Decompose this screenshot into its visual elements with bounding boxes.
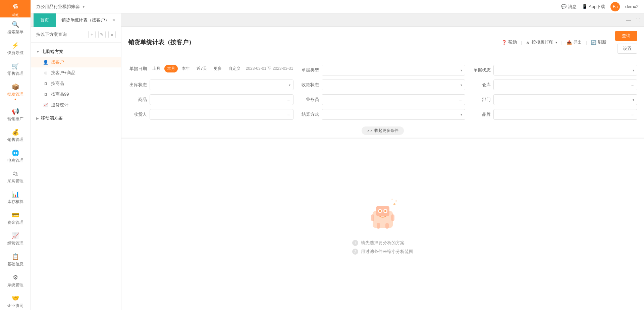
date-this-month-btn[interactable]: 本月 bbox=[164, 65, 178, 72]
sidebar-item-sales[interactable]: 💰 销售管理 bbox=[0, 125, 31, 146]
chevron-down-icon: ▼ bbox=[36, 50, 40, 54]
desktop-group-title[interactable]: ▼ 电脑端方案 bbox=[31, 47, 121, 57]
date-custom-btn[interactable]: 自定义 bbox=[226, 65, 243, 72]
brand-input[interactable]: ··· bbox=[493, 109, 637, 120]
doc-status-dropdown[interactable]: ▾ bbox=[493, 65, 637, 75]
main-area: 办公用品行业模拟账套 ▾ 💬 消息 📱 App下载 Ea demo2 首页 销货… bbox=[31, 0, 644, 310]
empty-tips: 1 请先选择要分析的方案 2 用过滤条件来缩小分析范围 bbox=[352, 240, 413, 255]
print-icon: 🖨 bbox=[526, 40, 530, 45]
logo[interactable]: 畅 标账 bbox=[0, 0, 31, 17]
download-icon: 📱 bbox=[582, 4, 587, 9]
query-button[interactable]: 查询 bbox=[615, 31, 637, 41]
purchase-icon: 🛍 bbox=[12, 170, 18, 177]
user-avatar[interactable]: Ea bbox=[610, 2, 620, 11]
warehouse-dots-icon: ··· bbox=[631, 83, 634, 88]
receipt-status-dropdown[interactable]: ▾ bbox=[322, 80, 466, 90]
edit-scheme-button[interactable]: ✎ bbox=[98, 31, 106, 38]
date-7days-btn[interactable]: 近7天 bbox=[194, 65, 210, 72]
mobile-group-title[interactable]: ▶ 移动端方案 bbox=[31, 113, 121, 123]
message-label: 消息 bbox=[568, 4, 577, 10]
svg-point-7 bbox=[384, 210, 386, 212]
return-icon: 📈 bbox=[43, 102, 48, 108]
sidebar-item-quick-nav[interactable]: ⚡ 快捷导航 bbox=[0, 38, 31, 59]
sales-stats-tab-label: 销货单统计表（按客户） bbox=[61, 17, 109, 23]
tree-item-by-goods[interactable]: 🗒 按商品 bbox=[31, 78, 121, 89]
sidebar-item-purchase[interactable]: 🛍 采购管理 bbox=[0, 167, 31, 187]
empty-state: 1 请先选择要分析的方案 2 用过滤条件来缩小分析范围 bbox=[121, 139, 644, 310]
department-dropdown[interactable]: ▾ bbox=[493, 94, 637, 105]
department-arrow-icon: ▾ bbox=[633, 98, 634, 102]
logo-icon: 畅 bbox=[9, 0, 21, 12]
filter-section: 单据日期 上月 本月 本年 近7天 更多 自定义 2023-03-01 至 20… bbox=[121, 58, 644, 138]
ecommerce-icon: 🌐 bbox=[12, 149, 19, 157]
sidebar-item-marketing[interactable]: 📢 营销推广 bbox=[0, 104, 31, 125]
window-maximize-icon[interactable]: ⛶ bbox=[635, 17, 641, 23]
empty-tip-2: 2 用过滤条件来缩小分析范围 bbox=[352, 249, 413, 255]
date-controls: 上月 本月 本年 近7天 更多 自定义 2023-03-01 至 2023-03… bbox=[150, 65, 293, 72]
sidebar-item-retail[interactable]: 🛒 零售管理 bbox=[0, 59, 31, 80]
tab-close-icon[interactable]: ✕ bbox=[112, 18, 115, 22]
goods-dots-icon: ··· bbox=[287, 97, 290, 102]
settings-button[interactable]: 设置 bbox=[617, 44, 637, 54]
add-scheme-button[interactable]: + bbox=[88, 31, 96, 38]
doc-type-dropdown[interactable]: ▾ bbox=[322, 65, 466, 75]
help-button[interactable]: ❓ 帮助 bbox=[501, 39, 517, 45]
department-label: 部门 bbox=[472, 97, 491, 103]
wholesale-icon: 📦 bbox=[12, 83, 19, 91]
svg-text:畅: 畅 bbox=[13, 4, 18, 9]
tip-text-1: 请先选择要分析的方案 bbox=[361, 240, 405, 246]
date-filter-item: 单据日期 上月 本月 本年 近7天 更多 自定义 2023-03-01 至 20… bbox=[128, 65, 293, 72]
sidebar-item-corp[interactable]: 🤝 企业协同 bbox=[0, 291, 31, 310]
tree-item-return-stats[interactable]: 📈 退货统计 bbox=[31, 100, 121, 110]
date-this-year-btn[interactable]: 本年 bbox=[179, 65, 193, 72]
tree-item-by-customer-goods[interactable]: ⊞ 按客户+商品 bbox=[31, 67, 121, 78]
header-left: 办公用品行业模拟账套 ▾ bbox=[36, 4, 85, 10]
export-button[interactable]: 📤 导出 bbox=[567, 39, 582, 45]
tree-item-by-goods99[interactable]: 🗒 按商品99 bbox=[31, 89, 121, 100]
date-prev-month-btn[interactable]: 上月 bbox=[150, 65, 163, 72]
tabs-bar: 首页 销货单统计表（按客户） ✕ — ⛶ bbox=[31, 13, 644, 27]
template-print-button[interactable]: 🖨 按模板打印 ▾ bbox=[526, 39, 557, 45]
window-minimize-icon[interactable]: — bbox=[625, 17, 632, 23]
date-more-btn[interactable]: 更多 bbox=[211, 65, 224, 72]
tree-item-label: 按客户 bbox=[51, 59, 64, 65]
header-title: 办公用品行业模拟账套 bbox=[36, 4, 80, 10]
tab-home[interactable]: 首页 bbox=[34, 13, 56, 27]
salesperson-input[interactable]: ··· bbox=[322, 94, 466, 105]
out-status-dropdown[interactable]: ▾ bbox=[150, 80, 293, 90]
sidebar-item-wholesale[interactable]: 📦 批发管理 ▲ bbox=[0, 80, 31, 104]
sidebar-item-system[interactable]: ⚙ 系统管理 bbox=[0, 270, 31, 291]
sidebar-item-basic[interactable]: 📋 基础信息 bbox=[0, 250, 31, 270]
message-button[interactable]: 💬 消息 bbox=[561, 4, 577, 10]
left-panel-title: 按以下方案查询 bbox=[36, 32, 67, 38]
left-panel-header: 按以下方案查询 + ✎ « bbox=[31, 27, 121, 43]
sidebar-item-inventory[interactable]: 📊 库存核算 bbox=[0, 187, 31, 208]
header-dropdown-icon[interactable]: ▾ bbox=[83, 4, 85, 9]
app-download-button[interactable]: 📱 App下载 bbox=[582, 4, 605, 10]
divider2: | bbox=[561, 40, 562, 45]
tree-item-label: 按商品99 bbox=[51, 91, 69, 97]
user-name[interactable]: demo2 bbox=[625, 4, 639, 9]
header-right: 💬 消息 📱 App下载 Ea demo2 bbox=[561, 2, 639, 11]
doc-status-filter-item: 单据状态 ▾ bbox=[472, 65, 637, 75]
goods-input[interactable]: ··· bbox=[150, 94, 293, 105]
finance-icon: 💳 bbox=[12, 211, 19, 219]
collapse-panel-button[interactable]: « bbox=[108, 31, 116, 38]
tree-item-by-customer[interactable]: 👤 按客户 bbox=[31, 57, 121, 67]
collapse-button[interactable]: ∧∧ 收起更多条件 bbox=[362, 126, 404, 135]
logo-text: 标账 bbox=[12, 13, 19, 17]
divider1: | bbox=[521, 40, 522, 45]
sidebar-item-search[interactable]: 🔍 搜索菜单 bbox=[0, 17, 31, 38]
doc-type-filter-item: 单据类型 ▾ bbox=[300, 65, 466, 75]
settlement-dropdown[interactable]: ▾ bbox=[322, 109, 466, 120]
warehouse-input[interactable]: ··· bbox=[493, 80, 637, 90]
receiver-input[interactable]: ··· bbox=[150, 109, 293, 120]
refresh-button[interactable]: 🔄 刷新 bbox=[591, 39, 606, 45]
sidebar-item-operation[interactable]: 📈 经营管理 bbox=[0, 229, 31, 250]
mobile-group: ▶ 移动端方案 bbox=[31, 112, 121, 124]
tab-sales-stats[interactable]: 销货单统计表（按客户） ✕ bbox=[56, 13, 121, 27]
goods-label: 商品 bbox=[128, 97, 147, 103]
sidebar-item-finance[interactable]: 💳 资金管理 bbox=[0, 208, 31, 229]
customer-icon: 👤 bbox=[43, 59, 48, 65]
sidebar-item-ecommerce[interactable]: 🌐 电商管理 bbox=[0, 146, 31, 167]
